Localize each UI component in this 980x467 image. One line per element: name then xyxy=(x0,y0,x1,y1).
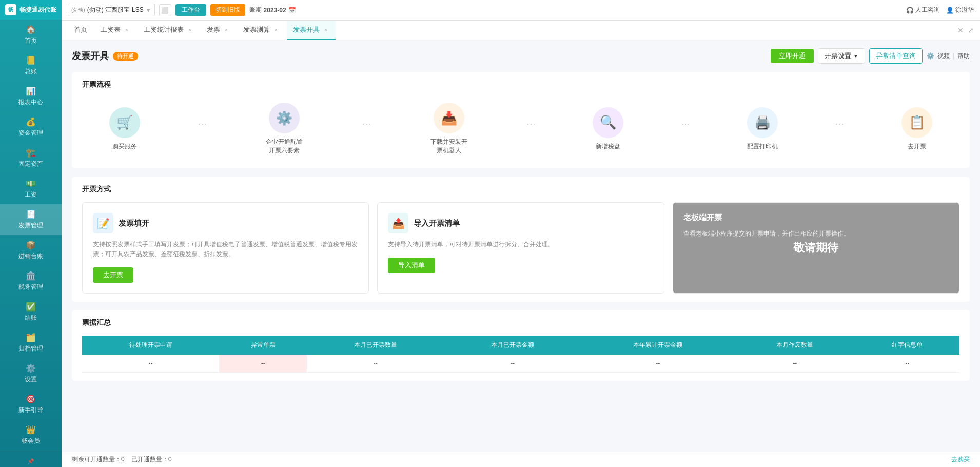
sidebar-item-ledger[interactable]: 📒 总账 xyxy=(0,50,62,81)
tab-salary-close[interactable]: × xyxy=(123,26,130,33)
reports-icon: 📊 xyxy=(26,86,36,96)
sidebar-item-reports[interactable]: 📊 报表中心 xyxy=(0,81,62,112)
tabbar: 首页 工资表 × 工资统计报表 × 发票 × 发票测算 × 发票开具 × ✕ ⤢ xyxy=(62,21,980,40)
sidebar-unpin[interactable]: 📌 取消固定 xyxy=(0,455,62,467)
sidebar-item-invoice-mgmt[interactable]: 🧾 发票管理 xyxy=(0,204,62,235)
method-boss-header: 老板端开票 xyxy=(683,213,949,223)
sidebar-item-archive[interactable]: 🗂️ 归档管理 xyxy=(0,327,62,358)
tab-invoice-calc-label: 发票测算 xyxy=(243,25,270,34)
app-name: 畅捷通易代账 xyxy=(19,6,56,14)
fill-method-icon: 📝 xyxy=(93,213,113,233)
sidebar-item-guide[interactable]: 🎯 新手引导 xyxy=(0,389,62,420)
sidebar-item-assets[interactable]: 🏗️ 固定资产 xyxy=(0,143,62,173)
process-step-buy[interactable]: 🛒 购买服务 xyxy=(109,107,140,151)
help-video-icon: ⚙️ xyxy=(927,52,934,60)
sidebar-item-tax[interactable]: 🏛️ 税务管理 xyxy=(0,266,62,297)
tab-invoice-tool-close[interactable]: × xyxy=(322,26,329,33)
make-invoice-label: 去开票 xyxy=(908,142,926,151)
tab-invoice-tool-label: 发票开具 xyxy=(293,25,320,34)
process-step-config[interactable]: ⚙️ 企业开通配置开票六要素 xyxy=(264,103,305,155)
copy-icon[interactable]: ⬜ xyxy=(159,4,171,16)
app-logo: 畅 畅捷通易代账 xyxy=(0,0,62,20)
cell-abnormal: -- xyxy=(219,355,307,373)
process-step-printer[interactable]: 🖨️ 配置打印机 xyxy=(747,107,778,151)
funds-icon: 💰 xyxy=(26,117,36,127)
sidebar-item-home[interactable]: 🏠 首页 xyxy=(0,20,62,50)
old-version-button[interactable]: 切到旧版 xyxy=(210,4,245,16)
bottom-stats: 剩余可开通数量：0 已开通数量：0 xyxy=(72,455,172,464)
methods-section: 开票方式 📝 发票填开 支持按照发票样式手工填写开发票；可开具增值税电子普通发票… xyxy=(72,177,970,302)
calendar-icon[interactable]: 📅 xyxy=(288,7,296,14)
process-step-taxdisk[interactable]: 🔍 新增税盘 xyxy=(593,107,623,151)
tab-invoice-calc-close[interactable]: × xyxy=(272,26,280,33)
settings-button[interactable]: 开票设置 ▼ xyxy=(818,48,865,64)
sidebar-item-in-out[interactable]: 📦 进销台账 xyxy=(0,235,62,266)
import-method-btn[interactable]: 导入清单 xyxy=(388,258,435,273)
workspace-button[interactable]: 工作台 xyxy=(175,4,206,16)
buy-link[interactable]: 去购买 xyxy=(951,455,970,464)
sidebar-item-home-label: 首页 xyxy=(25,36,37,45)
sidebar-item-salary[interactable]: 💵 工资 xyxy=(0,173,62,204)
cell-red-info: -- xyxy=(855,355,959,373)
sidebar-item-funds-label: 资金管理 xyxy=(18,129,43,138)
config-label: 企业开通配置开票六要素 xyxy=(264,138,305,155)
tab-invoice-calc[interactable]: 发票测算 × xyxy=(237,21,286,40)
tab-invoice-close[interactable]: × xyxy=(223,26,230,33)
help-video-label[interactable]: 视频 xyxy=(937,52,950,61)
old-version-label: 切到旧版 xyxy=(215,6,240,13)
process-step-download[interactable]: 📥 下载并安装开票机器人 xyxy=(428,103,469,155)
maximize-icon[interactable]: ⤢ xyxy=(968,26,974,34)
minimize-icon[interactable]: ✕ xyxy=(957,26,964,34)
customer-service[interactable]: 🎧 人工咨询 xyxy=(906,6,940,14)
taxdisk-label: 新增税盘 xyxy=(596,142,620,151)
abnormal-button[interactable]: 异常清单查询 xyxy=(869,48,923,64)
company-selector[interactable]: (勿动) (勿动) 江西服宝-LSS ▼ xyxy=(68,4,155,16)
tab-home[interactable]: 首页 xyxy=(68,21,93,40)
user-name: 徐溢华 xyxy=(955,6,974,14)
company-prefix: (勿动) xyxy=(71,7,85,14)
in-out-icon: 📦 xyxy=(26,240,36,250)
tab-salary-report-close[interactable]: × xyxy=(186,26,193,33)
sidebar-item-member[interactable]: 👑 畅会员 xyxy=(0,420,62,451)
help-label[interactable]: 帮助 xyxy=(957,52,970,61)
cell-month-amount: -- xyxy=(444,355,581,373)
sidebar-item-archive-label: 归档管理 xyxy=(18,344,43,353)
methods-title: 开票方式 xyxy=(82,185,959,194)
sidebar-item-settle[interactable]: ✅ 结账 xyxy=(0,297,62,327)
boss-card-content: 老板端开票 查看老板端小程序提交的开票申请，并作出相应的开票操作。 xyxy=(683,213,949,239)
headset-icon: 🎧 xyxy=(906,7,914,14)
fill-method-btn[interactable]: 去开票 xyxy=(93,267,133,283)
col-red-info: 红字信息单 xyxy=(855,336,959,355)
buy-service-label: 购买服务 xyxy=(112,142,137,151)
method-import-card[interactable]: 📤 导入开票清单 支持导入待开票清单，可对待开票清单进行拆分、合并处理。 导入清… xyxy=(377,202,664,294)
tab-salary[interactable]: 工资表 × xyxy=(94,21,136,40)
method-boss-card: 老板端开票 查看老板端小程序提交的开票申请，并作出相应的开票操作。 敬请期待 xyxy=(673,202,959,294)
tab-salary-report-label: 工资统计报表 xyxy=(144,25,184,34)
config-icon: ⚙️ xyxy=(269,103,300,133)
col-pending: 待处理开票申请 xyxy=(82,336,219,355)
help-actions: ⚙️ 视频 | 帮助 xyxy=(927,52,970,61)
sidebar-item-guide-label: 新手引导 xyxy=(18,406,43,415)
member-icon: 👑 xyxy=(26,425,36,435)
guide-icon: 🎯 xyxy=(26,394,36,404)
summary-title: 票据汇总 xyxy=(82,318,959,327)
method-fill-card[interactable]: 📝 发票填开 支持按照发票样式手工填写开发票；可开具增值税电子普通发票、增值税普… xyxy=(82,202,369,294)
sidebar-item-funds[interactable]: 💰 资金管理 xyxy=(0,112,62,143)
cell-void-count: -- xyxy=(735,355,855,373)
opened-label: 已开通数量：0 xyxy=(131,456,172,463)
tab-salary-report[interactable]: 工资统计报表 × xyxy=(138,21,200,40)
process-step-make-invoice[interactable]: 📋 去开票 xyxy=(901,107,932,151)
col-year-amount: 本年累计开票金额 xyxy=(581,336,735,355)
sidebar-bottom: 📌 取消固定 xyxy=(0,451,62,467)
tab-invoice-label: 发票 xyxy=(207,25,220,34)
open-now-button[interactable]: 立即开通 xyxy=(771,49,814,63)
sidebar-item-settings[interactable]: ⚙️ 设置 xyxy=(0,358,62,389)
user-profile[interactable]: 👤 徐溢华 xyxy=(946,6,974,14)
tab-invoice-tool[interactable]: 发票开具 × xyxy=(287,21,336,40)
home-icon: 🏠 xyxy=(26,25,36,34)
page-content: 发票开具 待开通 立即开通 开票设置 ▼ 异常清单查询 ⚙️ 视频 | 帮助 xyxy=(62,40,980,452)
process-section: 开票流程 🛒 购买服务 ⋯ ⚙️ 企业开通配置开票六要素 ⋯ xyxy=(72,72,970,168)
printer-label: 配置打印机 xyxy=(747,142,778,151)
tab-invoice[interactable]: 发票 × xyxy=(201,21,236,40)
dropdown-arrow-icon: ▼ xyxy=(146,7,151,13)
